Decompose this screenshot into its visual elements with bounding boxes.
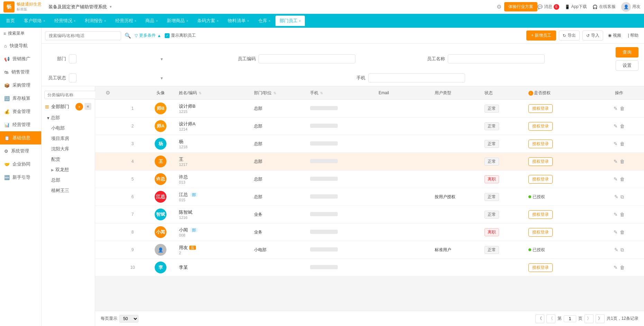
sidebar-item-guide[interactable]: 🆕 新手引导: [0, 171, 41, 184]
tab-warehouse[interactable]: 仓库 ×: [254, 16, 275, 26]
filter-phone-input[interactable]: [368, 73, 465, 82]
edit-button[interactable]: ✎: [614, 247, 618, 253]
auth-btn[interactable]: 授权登录: [528, 228, 553, 237]
close-icon[interactable]: ×: [74, 19, 76, 23]
copy-button[interactable]: ⧉: [620, 247, 624, 253]
tab-bom[interactable]: 物料清单 ×: [224, 16, 253, 26]
close-icon[interactable]: ×: [269, 19, 271, 23]
sidebar-item-inventory[interactable]: 🔢 库存核算: [0, 92, 41, 105]
delete-button[interactable]: 🗑: [620, 212, 625, 217]
app-download-btn[interactable]: 📱 App下载: [565, 4, 587, 10]
tree-item-xiaodibu[interactable]: 小电部: [42, 123, 95, 133]
page-size-select[interactable]: 50 100 200: [119, 315, 138, 323]
add-employee-button[interactable]: + 新增员工: [526, 30, 556, 41]
tree-item-zongbu[interactable]: 总部: [42, 175, 95, 185]
auth-btn[interactable]: 授权登录: [528, 210, 553, 219]
tab-customer[interactable]: 客户联络 ×: [20, 16, 49, 26]
sidebar-item-purchase[interactable]: 📦 采购管理: [0, 79, 41, 92]
gear-icon[interactable]: ⚙: [494, 3, 504, 10]
auth-btn[interactable]: 授权登录: [528, 157, 553, 166]
table-settings-icon[interactable]: ⚙: [106, 90, 110, 96]
edit-button[interactable]: ✎: [614, 229, 618, 235]
tree-item-peihuo[interactable]: 配货: [42, 154, 95, 165]
delete-button[interactable]: 🗑: [620, 265, 625, 270]
more-filter-btn[interactable]: ▽ 更多条件 ▲: [135, 33, 161, 38]
show-resigned-checkbox[interactable]: ✓: [165, 33, 170, 38]
edit-button[interactable]: ✎: [614, 194, 618, 200]
show-resigned-toggle[interactable]: ✓ 显示离职员工: [165, 33, 196, 38]
trial-btn[interactable]: 体验行业方案: [504, 2, 537, 11]
edit-button[interactable]: ✎: [614, 212, 618, 217]
tree-item-head[interactable]: ▾ 总部: [42, 113, 95, 123]
last-page-button[interactable]: 》: [596, 314, 605, 323]
col-phone-header[interactable]: 手机 ⇅: [307, 86, 376, 100]
user-area[interactable]: 👤 用友: [621, 2, 641, 12]
col-dept-header[interactable]: 部门/职位 ⇅: [251, 86, 307, 100]
edit-button[interactable]: ✎: [614, 123, 618, 129]
sidebar-item-collab[interactable]: 🤝 企业协同: [0, 158, 41, 171]
help-button[interactable]: | 帮助: [626, 31, 641, 40]
close-icon[interactable]: ×: [43, 19, 45, 23]
next-page-button[interactable]: 〉: [584, 314, 593, 323]
sidebar-item-quicknav[interactable]: ⌂ 快捷导航: [0, 39, 41, 52]
close-icon[interactable]: ×: [217, 19, 219, 23]
filter-status-select[interactable]: [69, 73, 76, 82]
online-service-btn[interactable]: 🎧 在线客服: [592, 4, 616, 10]
delete-button[interactable]: 🗑: [620, 229, 625, 235]
close-icon[interactable]: ×: [247, 19, 249, 23]
edit-button[interactable]: ✎: [614, 176, 618, 182]
dept-add-icon[interactable]: +: [75, 103, 83, 111]
tab-operation-status[interactable]: 经营情况 ×: [50, 16, 80, 26]
filter-emp-name-input[interactable]: [448, 54, 545, 63]
col-name-header[interactable]: 姓名/编码 ⇅: [176, 86, 251, 100]
filter-emp-code-input[interactable]: [258, 54, 355, 63]
view-button[interactable]: ◉ 视频: [606, 31, 623, 40]
sidebar-item-sales[interactable]: 🛍 销售管理: [0, 65, 41, 79]
tree-item-shuanglong[interactable]: ▶ 双龙想: [42, 165, 95, 175]
tab-barcode[interactable]: 条码方案 ×: [193, 16, 223, 26]
tab-profit[interactable]: 利润报告 ×: [81, 16, 110, 26]
prev-page-button[interactable]: 〈: [546, 314, 555, 323]
tree-item-zhishu[interactable]: 植树王三: [42, 185, 95, 196]
sidebar-item-finance[interactable]: 💰 资金管理: [0, 105, 41, 118]
filter-dept-select[interactable]: [69, 54, 76, 63]
dept-search-input[interactable]: [44, 91, 102, 99]
message-btn[interactable]: 💬 消息 6: [537, 4, 559, 10]
search-button[interactable]: 🔍: [125, 33, 131, 39]
page-number-input[interactable]: [564, 315, 576, 322]
delete-button[interactable]: 🗑: [620, 106, 625, 111]
tree-item-xiangmu[interactable]: 项目库房: [42, 133, 95, 144]
tab-home[interactable]: 首页: [2, 16, 19, 26]
tab-new-goods[interactable]: 新增商品 ×: [163, 16, 192, 26]
edit-button[interactable]: ✎: [614, 159, 618, 164]
dept-collapse-icon[interactable]: «: [84, 103, 91, 110]
sidebar-item-basic[interactable]: 📋 基础信息: [0, 131, 41, 144]
tab-goods[interactable]: 商品 ×: [141, 16, 162, 26]
delete-button[interactable]: 🗑: [620, 159, 625, 164]
close-icon[interactable]: ×: [299, 19, 301, 23]
import-button[interactable]: ↺ 导入: [582, 30, 603, 41]
delete-button[interactable]: 🗑: [620, 141, 625, 147]
delete-button[interactable]: 🗑: [620, 176, 625, 182]
auth-btn[interactable]: 授权登录: [528, 263, 553, 272]
sidebar-item-operation[interactable]: 📊 经营管理: [0, 118, 41, 131]
sidebar-item-search[interactable]: ≡ 搜索菜单: [0, 28, 41, 39]
auth-btn[interactable]: 授权登录: [528, 140, 553, 148]
export-button[interactable]: ↻ 导出: [559, 30, 580, 41]
close-icon[interactable]: ×: [104, 19, 106, 23]
auth-btn[interactable]: 授权登录: [528, 104, 553, 113]
filter-setting-button[interactable]: 设置: [616, 60, 638, 71]
delete-button[interactable]: 🗑: [620, 123, 625, 129]
close-icon[interactable]: ×: [156, 19, 158, 23]
close-icon[interactable]: ×: [135, 19, 137, 23]
sidebar-item-system[interactable]: ⚙ 系统管理: [0, 144, 41, 158]
tab-history[interactable]: 经营历程 ×: [111, 16, 141, 26]
tree-item-shenyang[interactable]: 沈阳大库: [42, 144, 95, 154]
auth-btn[interactable]: 授权登录: [528, 122, 553, 131]
edit-button[interactable]: ✎: [614, 141, 618, 147]
filter-search-button[interactable]: 查询: [616, 47, 638, 58]
search-input[interactable]: [45, 31, 121, 40]
edit-button[interactable]: ✎: [614, 106, 618, 111]
tab-employees[interactable]: 部门员工 ×: [275, 16, 305, 26]
title-arrow-icon[interactable]: ▾: [110, 5, 112, 9]
